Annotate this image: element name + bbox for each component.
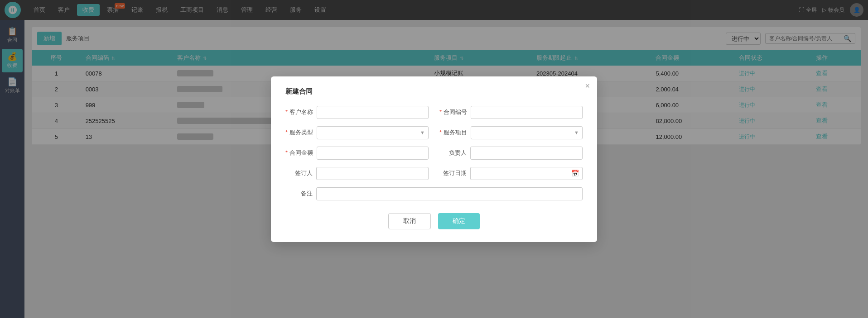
remark-label: 备注: [285, 190, 313, 198]
responsible-label: 负责人: [439, 149, 467, 157]
new-contract-modal: × 新建合同 客户名称 合同编号 服务类型 ▼: [271, 76, 597, 242]
contract-no-input[interactable]: [471, 106, 583, 119]
contract-amount-label: 合同金额: [285, 149, 313, 157]
sign-date-row: 签订日期 2023-06-06 📅: [439, 167, 583, 180]
cancel-button[interactable]: 取消: [388, 213, 431, 229]
contract-amount-input[interactable]: 0.00: [317, 147, 429, 160]
responsible-input[interactable]: [470, 147, 583, 160]
confirm-button[interactable]: 确定: [438, 213, 480, 229]
service-item-select[interactable]: [471, 126, 583, 139]
modal-title: 新建合同: [285, 87, 583, 96]
customer-name-input[interactable]: [317, 106, 429, 119]
modal-footer: 取消 确定: [285, 213, 583, 229]
service-item-row: 服务项目 ▼: [439, 126, 583, 139]
contract-form: 客户名称 合同编号 服务类型 ▼ 服务项目: [285, 106, 583, 200]
signer-row: 签订人: [285, 167, 429, 180]
sign-date-label: 签订日期: [439, 169, 467, 177]
contract-no-label: 合同编号: [439, 108, 467, 116]
customer-name-label: 客户名称: [285, 108, 313, 116]
service-type-row: 服务类型 ▼: [285, 126, 429, 139]
modal-close-button[interactable]: ×: [585, 82, 590, 90]
remark-row: 备注: [285, 187, 583, 200]
signer-input[interactable]: [316, 167, 429, 180]
modal-overlay: × 新建合同 客户名称 合同编号 服务类型 ▼: [0, 0, 868, 318]
service-item-label: 服务项目: [439, 128, 467, 137]
customer-name-row: 客户名称: [285, 106, 429, 119]
service-type-label: 服务类型: [285, 128, 313, 137]
remark-input[interactable]: [316, 187, 583, 200]
signer-label: 签订人: [285, 169, 313, 177]
responsible-row: 负责人: [439, 147, 583, 160]
sign-date-input[interactable]: 2023-06-06: [470, 167, 583, 180]
service-type-select[interactable]: [317, 126, 429, 139]
contract-no-row: 合同编号: [439, 106, 583, 119]
contract-amount-row: 合同金额 0.00: [285, 147, 429, 160]
